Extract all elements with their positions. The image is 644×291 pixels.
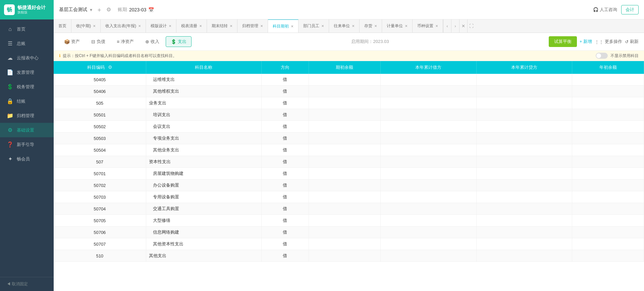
add-btn[interactable]: + 新增 (580, 39, 592, 45)
tab-next-btn[interactable]: › (451, 19, 459, 33)
tab-close-icon[interactable]: ✕ (138, 24, 141, 28)
table-row[interactable]: 50703 专用设备购置 借 (54, 191, 644, 203)
disable-toggle[interactable] (596, 53, 608, 59)
table-row[interactable]: 50406 其他维权支出 借 (54, 86, 644, 97)
tab-inventory[interactable]: 存货 ✕ (360, 19, 382, 33)
more-icon: ⋮⋮ (595, 39, 603, 44)
sidebar-item-ledger[interactable]: ☰ 总账 (0, 36, 54, 51)
sidebar-item-archive[interactable]: 📁 归档管理 (0, 108, 54, 123)
tab-close-icon[interactable]: ✕ (230, 24, 232, 28)
gear-icon[interactable]: ⚙ (106, 6, 111, 13)
logo-sub: 旗舰版 (17, 10, 46, 15)
tab-balance-mid[interactable]: 收(中期) ✕ (71, 19, 101, 33)
tab-dept[interactable]: 部门员工 ✕ (299, 19, 329, 33)
calendar-icon[interactable]: 📅 (148, 7, 154, 12)
period-selector[interactable]: 账期 2023-03 📅 (118, 7, 154, 13)
tab-close-icon[interactable]: ✕ (374, 24, 377, 28)
tab-close-icon[interactable]: ✕ (405, 24, 408, 28)
col-year-opening: 年初余额 (572, 61, 644, 74)
tab-close-icon[interactable]: ✕ (435, 24, 438, 28)
cell-ytd-credit (476, 133, 572, 144)
tab-customer[interactable]: 往来单位 ✕ (329, 19, 360, 33)
sidebar-item-guide[interactable]: ❓ 新手引导 (0, 137, 54, 152)
cell-dir: 借 (261, 168, 309, 180)
table-row[interactable]: 510 其他支出 借 (54, 250, 644, 262)
tab-income-year[interactable]: 收入支出表(年报) ✕ (101, 19, 146, 33)
table-row[interactable]: 50503 专项业务支出 借 (54, 133, 644, 144)
cell-dir: 借 (261, 191, 309, 203)
cell-ytd-credit (476, 121, 572, 133)
cell-ytd-credit (476, 191, 572, 203)
more-btn[interactable]: ⋮⋮ 更多操作 (595, 39, 622, 45)
sidebar-item-tax[interactable]: 💲 税务管理 (0, 80, 54, 94)
project-selector[interactable]: 基层工会测试 ▾ (59, 7, 92, 13)
tab-tax-clear[interactable]: 税表清册 ✕ (176, 19, 207, 33)
sidebar-item-invoice[interactable]: 📄 发票管理 (0, 65, 54, 80)
table-row[interactable]: 50702 办公设备购置 借 (54, 180, 644, 191)
table-row[interactable]: 50705 大型修缮 借 (54, 215, 644, 227)
tab-period-close[interactable]: 期末结转 ✕ (207, 19, 237, 33)
tab-currency[interactable]: 币种设置 ✕ (413, 19, 443, 33)
refresh-btn[interactable]: ↺ 刷新 (625, 39, 639, 45)
table-row[interactable]: 505 业务支出 借 (54, 97, 644, 109)
table-row[interactable]: 50501 培训支出 借 (54, 109, 644, 121)
cell-opening-balance (309, 86, 381, 97)
cell-opening-balance (309, 215, 381, 227)
sidebar-item-settings[interactable]: ⚙ 基础设置 (0, 123, 54, 137)
content-area: 📦 资产 ⊟ 负债 ≡ 净资产 ⊕ 收入 💲 支出 启用期间：2023.03 试… (54, 33, 644, 291)
table-row[interactable]: 50706 信息网络购建 借 (54, 227, 644, 238)
tab-label: 税表清册 (181, 23, 197, 29)
tab-close-icon[interactable]: ✕ (169, 24, 171, 28)
cell-year-opening (572, 133, 644, 144)
sidebar-item-label: 结账 (17, 98, 25, 104)
cell-ytd-credit (476, 168, 572, 180)
tab-close-all-btn[interactable]: ✕ (459, 19, 467, 33)
subtab-income[interactable]: ⊕ 收入 (140, 36, 164, 47)
tab-label: 部门员工 (303, 23, 319, 29)
balance-btn[interactable]: 试算平衡 (549, 36, 577, 47)
sidebar-item-member[interactable]: ✦ 畅会员 (0, 152, 54, 166)
tab-close-icon[interactable]: ✕ (199, 24, 202, 28)
table-row[interactable]: 50707 其他资本性支出 借 (54, 238, 644, 250)
table-row[interactable]: 507 资本性支出 借 (54, 156, 644, 168)
tab-expand-btn[interactable]: ⛶ (467, 19, 475, 33)
tab-prev-btn[interactable]: ‹ (443, 19, 451, 33)
sidebar-item-label: 基础设置 (17, 127, 34, 133)
cell-ytd-credit (476, 203, 572, 215)
dropdown-arrow-icon[interactable]: ▾ (90, 7, 92, 12)
archive-icon: 📁 (7, 112, 13, 119)
table-row[interactable]: 50701 房屋建筑物购建 借 (54, 168, 644, 180)
close-accounts-icon: 🔒 (7, 98, 13, 104)
cell-ytd-debit (380, 168, 476, 180)
subtab-net-asset[interactable]: ≡ 净资产 (112, 36, 139, 47)
subtab-asset[interactable]: 📦 资产 (59, 36, 85, 47)
tab-close-icon[interactable]: ✕ (93, 24, 96, 28)
tab-close-icon[interactable]: ✕ (352, 24, 355, 28)
sidebar-collapse-btn[interactable]: ◀ 取消固定 (0, 277, 54, 291)
tab-arch-mgmt[interactable]: 归档管理 ✕ (237, 19, 268, 33)
cell-dir: 借 (261, 121, 309, 133)
help-btn[interactable]: 🎧 人工咨询 (593, 7, 617, 13)
account-type-btn[interactable]: 会计 (621, 5, 639, 14)
table-row[interactable]: 50502 会议支出 借 (54, 121, 644, 133)
add-project-icon[interactable]: ＋ (96, 6, 102, 14)
tab-template[interactable]: 模版设计 ✕ (146, 19, 176, 33)
sidebar-item-close[interactable]: 🔒 结账 (0, 94, 54, 108)
cell-ytd-debit (380, 86, 476, 97)
tab-close-icon[interactable]: ✕ (260, 24, 263, 28)
table-row[interactable]: 50704 交通工具购置 借 (54, 203, 644, 215)
tab-unit[interactable]: 计量单位 ✕ (382, 19, 413, 33)
tab-label: 计量单位 (387, 23, 403, 29)
sidebar-item-home[interactable]: ⌂ 首页 (0, 22, 54, 36)
subtab-liability[interactable]: ⊟ 负债 (86, 36, 110, 47)
col-settings-icon[interactable]: ⚙ (108, 64, 112, 70)
sidebar-item-report[interactable]: ☁ 云报表中心 (0, 51, 54, 65)
tab-close-icon[interactable]: ✕ (321, 24, 324, 28)
table-row[interactable]: 50504 其他业务支出 借 (54, 144, 644, 156)
table-row[interactable]: 50405 运维维支出 借 (54, 74, 644, 86)
tab-close-icon[interactable]: ✕ (291, 25, 293, 28)
warning-icon: ℹ (59, 53, 61, 58)
tab-home[interactable]: 首页 (54, 19, 71, 33)
tab-subject-init[interactable]: 科目期初 ✕ (268, 19, 299, 33)
subtab-expense[interactable]: 💲 支出 (166, 36, 192, 47)
